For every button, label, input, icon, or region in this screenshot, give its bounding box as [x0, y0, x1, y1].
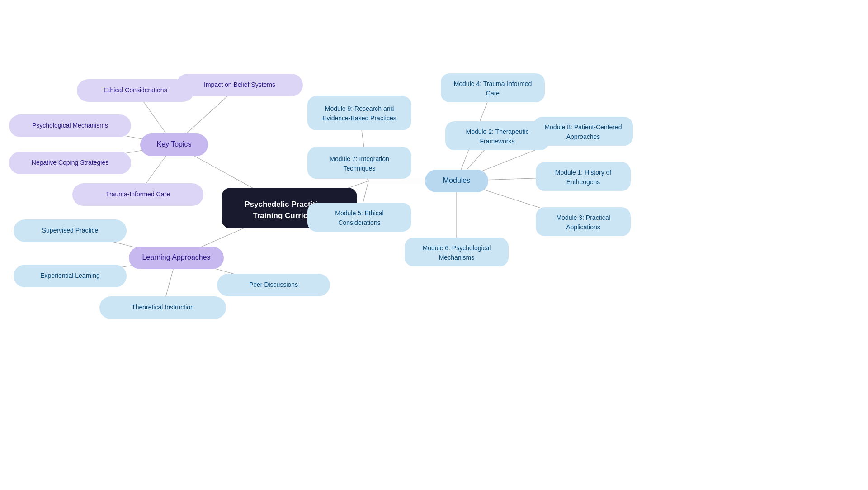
svg-text:Entheogens: Entheogens — [566, 178, 600, 186]
svg-text:Approaches: Approaches — [566, 133, 600, 140]
svg-rect-52 — [307, 147, 411, 179]
svg-rect-70 — [536, 162, 631, 191]
svg-text:Mechanisms: Mechanisms — [439, 254, 475, 261]
svg-text:Trauma-Informed Care: Trauma-Informed Care — [106, 190, 170, 198]
svg-text:Supervised Practice: Supervised Practice — [42, 227, 99, 234]
svg-text:Module 1: History of: Module 1: History of — [555, 169, 612, 176]
experiential-learning-node[interactable]: Experiential Learning — [14, 265, 127, 287]
svg-rect-58 — [405, 238, 509, 266]
svg-text:Key Topics: Key Topics — [156, 140, 191, 148]
svg-text:Module 3: Practical: Module 3: Practical — [556, 214, 610, 221]
svg-text:Module 2: Therapeutic: Module 2: Therapeutic — [466, 128, 528, 135]
impact-belief-systems-node[interactable]: Impact on Belief Systems — [176, 74, 303, 96]
svg-text:Applications: Applications — [566, 224, 600, 231]
module3-node[interactable]: Module 3: Practical Applications — [536, 207, 631, 236]
svg-rect-49 — [307, 96, 411, 130]
negative-coping-strategies-node[interactable]: Negative Coping Strategies — [9, 152, 131, 174]
svg-text:Techniques: Techniques — [344, 165, 376, 172]
svg-text:Modules: Modules — [443, 176, 470, 184]
svg-rect-67 — [533, 117, 633, 146]
peer-discussions-node[interactable]: Peer Discussions — [217, 274, 330, 296]
mind-map: Key Topics Ethical Considerations Impact… — [0, 0, 868, 490]
svg-text:Impact on Belief Systems: Impact on Belief Systems — [204, 81, 275, 88]
svg-text:Module 4: Trauma-Informed: Module 4: Trauma-Informed — [454, 80, 532, 87]
key-topics-hub[interactable]: Key Topics — [140, 133, 208, 156]
svg-rect-61 — [441, 73, 545, 102]
module4-node[interactable]: Module 4: Trauma-Informed Care — [441, 73, 545, 102]
module8-node[interactable]: Module 8: Patient-Centered Approaches — [533, 117, 633, 146]
svg-text:Ethical Considerations: Ethical Considerations — [104, 86, 167, 94]
svg-text:Negative Coping Strategies: Negative Coping Strategies — [32, 159, 108, 166]
module9-node[interactable]: Module 9: Research and Evidence-Based Pr… — [307, 96, 411, 130]
svg-text:Evidence-Based Practices: Evidence-Based Practices — [322, 114, 396, 122]
modules-hub[interactable]: Modules — [425, 170, 488, 192]
module5-node[interactable]: Module 5: Ethical Considerations — [307, 203, 411, 232]
svg-text:Theoretical Instruction: Theoretical Instruction — [132, 304, 194, 311]
svg-text:Module 8: Patient-Centered: Module 8: Patient-Centered — [544, 124, 622, 131]
module6-node[interactable]: Module 6: Psychological Mechanisms — [405, 238, 509, 266]
svg-text:Module 5: Ethical: Module 5: Ethical — [335, 209, 383, 217]
svg-text:Experiential Learning: Experiential Learning — [40, 272, 100, 279]
supervised-practice-node[interactable]: Supervised Practice — [14, 219, 127, 242]
psychological-mechanisms-node[interactable]: Psychological Mechanisms — [9, 114, 131, 137]
module1-node[interactable]: Module 1: History of Entheogens — [536, 162, 631, 191]
svg-rect-73 — [536, 207, 631, 236]
svg-text:Care: Care — [486, 90, 500, 97]
svg-text:Peer Discussions: Peer Discussions — [249, 281, 298, 288]
svg-text:Learning Approaches: Learning Approaches — [142, 253, 210, 261]
learning-approaches-hub[interactable]: Learning Approaches — [129, 247, 224, 269]
svg-text:Psychological Mechanisms: Psychological Mechanisms — [32, 122, 108, 129]
svg-text:Considerations: Considerations — [338, 219, 380, 226]
theoretical-instruction-node[interactable]: Theoretical Instruction — [99, 296, 226, 319]
svg-text:Module 7: Integration: Module 7: Integration — [330, 155, 389, 162]
svg-text:Module 9: Research and: Module 9: Research and — [325, 105, 394, 112]
trauma-informed-care-left-node[interactable]: Trauma-Informed Care — [72, 183, 203, 206]
svg-text:Module 6: Psychological: Module 6: Psychological — [423, 244, 491, 252]
svg-text:Frameworks: Frameworks — [480, 138, 514, 145]
svg-rect-55 — [307, 203, 411, 232]
module7-node[interactable]: Module 7: Integration Techniques — [307, 147, 411, 179]
